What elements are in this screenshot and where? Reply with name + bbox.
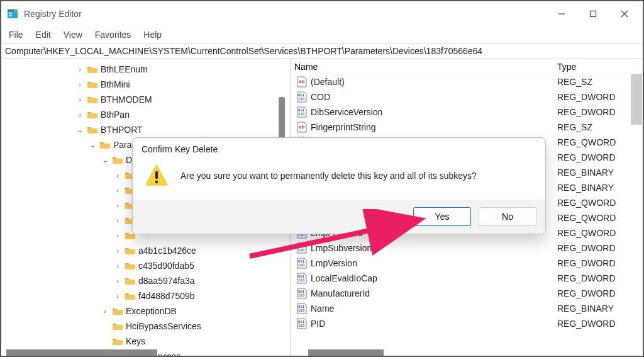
chevron-down-icon[interactable]: ⌄ <box>101 156 109 164</box>
tree-item[interactable]: ›BthMini <box>1 77 290 92</box>
warning-icon <box>144 163 169 188</box>
list-row[interactable]: (Default)REG_SZ <box>291 74 643 89</box>
tree-item-label: d8aa5974fa3a <box>138 276 195 286</box>
menu-help[interactable]: Help <box>143 30 162 40</box>
tree-item[interactable]: ›BthPan <box>1 107 290 122</box>
tree-item[interactable]: ›BTHMODEM <box>1 92 290 107</box>
menu-edit[interactable]: Edit <box>36 30 51 40</box>
menubar: File Edit View Favorites Help <box>1 26 643 43</box>
chevron-right-icon[interactable]: › <box>113 277 122 285</box>
tree-item[interactable]: ›BthLEEnum <box>1 62 290 77</box>
reg-binary-icon <box>296 91 308 103</box>
regedit-icon <box>6 8 19 20</box>
list-vscroll[interactable] <box>631 59 642 356</box>
value-name: FingerprintString <box>311 122 376 132</box>
no-button[interactable]: No <box>479 207 536 226</box>
folder-icon <box>112 307 123 315</box>
chevron-right-icon[interactable]: › <box>113 262 122 269</box>
tree-item[interactable]: ›ExceptionDB <box>1 303 290 319</box>
value-name: LocalEvaldIoCap <box>311 273 377 283</box>
list-row[interactable]: PIDREG_DWORD <box>291 316 643 331</box>
window-title: Registry Editor <box>24 9 82 19</box>
tree-item[interactable]: ⌄BTHPORT <box>1 122 290 137</box>
value-name: COD <box>311 92 330 102</box>
chevron-right-icon[interactable]: › <box>113 232 122 239</box>
folder-icon <box>125 276 136 285</box>
svg-rect-6 <box>591 11 596 17</box>
list-row[interactable]: FingerprintStringREG_SZ <box>291 120 643 135</box>
close-button[interactable] <box>618 7 631 21</box>
chevron-right-icon[interactable]: › <box>75 65 84 73</box>
value-type: REG_DWORD <box>555 107 643 117</box>
chevron-right-icon[interactable]: › <box>75 81 84 88</box>
list-row[interactable]: NameREG_BINARY <box>291 301 643 316</box>
dialog-title: Confirm Key Delete <box>133 138 545 158</box>
chevron-right-icon[interactable]: › <box>113 171 122 179</box>
svg-rect-2 <box>9 13 12 14</box>
col-header-type[interactable]: Type <box>555 62 643 72</box>
tree-item-label: a4b1c1b426ce <box>138 246 196 256</box>
menu-favorites[interactable]: Favorites <box>95 30 131 40</box>
tree-item[interactable]: ›c435d90fdab5 <box>1 258 290 273</box>
chevron-right-icon[interactable]: › <box>113 247 122 254</box>
tree-item-label: HciBypassServices <box>126 321 201 331</box>
yes-button[interactable]: Yes <box>413 207 471 226</box>
tree-item[interactable]: ›f4d488d7509b <box>1 288 290 303</box>
menu-view[interactable]: View <box>64 30 82 40</box>
value-type: REG_SZ <box>555 122 643 132</box>
minimize-button[interactable] <box>555 7 569 21</box>
tree-item[interactable]: HciBypassServices <box>1 319 290 334</box>
menu-file[interactable]: File <box>9 30 23 40</box>
svg-point-4 <box>14 9 18 13</box>
list-row[interactable]: LmpSubversionREG_DWORD <box>291 241 643 256</box>
tree-item-label: BthPan <box>101 110 130 120</box>
value-type: REG_BINARY <box>555 167 643 178</box>
chevron-down-icon[interactable]: ⌄ <box>75 126 84 134</box>
reg-binary-icon <box>296 242 308 254</box>
value-type: REG_QWORD <box>555 213 643 223</box>
tree-hscroll-thumb[interactable] <box>6 349 157 356</box>
col-header-name[interactable]: Name <box>291 62 555 72</box>
list-hscroll-thumb[interactable] <box>308 349 384 356</box>
chevron-right-icon[interactable]: › <box>101 307 109 315</box>
address-bar[interactable]: Computer\HKEY_LOCAL_MACHINE\SYSTEM\Curre… <box>1 43 643 59</box>
value-name: Name <box>311 303 334 314</box>
list-row[interactable]: DibServiceVersionREG_DWORD <box>291 105 643 120</box>
svg-rect-9 <box>155 171 158 179</box>
chevron-right-icon[interactable]: › <box>113 217 122 224</box>
chevron-right-icon[interactable]: › <box>113 186 122 194</box>
reg-binary-icon <box>296 303 308 314</box>
value-type: REG_DWORD <box>555 243 643 253</box>
tree-item-label: ExceptionDB <box>126 306 177 316</box>
tree-item-label: c435d90fdab5 <box>138 261 194 271</box>
tree-item[interactable]: Keys <box>1 334 290 349</box>
value-type: REG_QWORD <box>555 228 643 238</box>
list-row[interactable]: LmpVersionREG_DWORD <box>291 256 643 271</box>
confirm-delete-dialog: Confirm Key Delete Are you sure you want… <box>132 137 546 234</box>
list-row[interactable]: ManufacturerIdREG_DWORD <box>291 286 643 301</box>
folder-icon <box>99 140 111 149</box>
chevron-right-icon[interactable]: › <box>75 96 84 103</box>
list-row[interactable]: CODREG_DWORD <box>291 89 643 105</box>
tree-item-label: BTHMODEM <box>101 94 152 105</box>
list-vscroll-thumb[interactable] <box>631 74 642 125</box>
tree-item-label: Keys <box>126 336 145 346</box>
tree-item[interactable]: ›a4b1c1b426ce <box>1 243 290 258</box>
folder-icon <box>87 95 98 104</box>
value-name: (Default) <box>311 77 345 87</box>
folder-icon <box>87 80 98 89</box>
reg-string-icon <box>296 76 308 88</box>
value-type: REG_DWORD <box>555 288 643 298</box>
reg-binary-icon <box>296 258 308 269</box>
folder-icon <box>87 65 98 74</box>
list-row[interactable]: LocalEvaldIoCapREG_DWORD <box>291 271 643 286</box>
chevron-right-icon[interactable]: › <box>113 201 122 209</box>
tree-item[interactable]: ›d8aa5974fa3a <box>1 273 290 288</box>
maximize-button[interactable] <box>586 7 600 21</box>
folder-icon <box>125 292 136 300</box>
chevron-right-icon[interactable]: › <box>113 292 122 300</box>
chevron-right-icon[interactable]: › <box>75 111 84 118</box>
chevron-down-icon[interactable]: ⌄ <box>88 141 97 149</box>
address-path: Computer\HKEY_LOCAL_MACHINE\SYSTEM\Curre… <box>5 46 482 56</box>
svg-rect-3 <box>9 15 12 16</box>
